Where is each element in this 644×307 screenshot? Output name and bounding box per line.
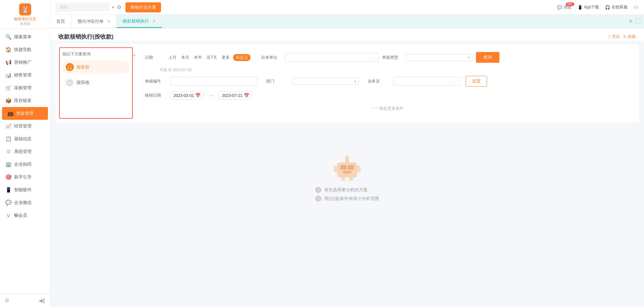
tab-collection[interactable]: 收款核销执行 ✕ [117, 15, 162, 28]
sidebar-item-label: 搜索菜单 [14, 34, 32, 40]
sidebar-item-system[interactable]: ⚙ 系统管理 [0, 145, 50, 158]
sidebar-item-marketing[interactable]: 📢 营销推广 [0, 56, 50, 69]
app-version: 标准版 [20, 21, 30, 26]
filter-by-collection[interactable]: 💰 按收款 [62, 60, 129, 74]
sidebar-item-sales[interactable]: 📊 销售管理 [0, 69, 50, 82]
refresh-label: 刷新 [628, 34, 636, 40]
svg-rect-9 [349, 177, 353, 181]
sidebar-item-label: 畅会员 [14, 212, 27, 218]
filter-by-receivable[interactable]: 🕐 按应收 [62, 76, 129, 89]
sidebar-item-search[interactable]: 🔍 搜索菜单 [0, 31, 50, 43]
sidebar-item-purchase[interactable]: 🛒 采购管理 [0, 82, 50, 94]
empty-tip-1: 1 请先选择要分析的方案 [315, 187, 379, 193]
sidebar-item-basic[interactable]: 📋 基础信息 [0, 133, 50, 145]
sidebar-item-label: 企业协同 [14, 161, 32, 167]
filter-options-panel: 按以下方案查询 💰 按收款 🕐 按应收 [59, 47, 133, 119]
tab-expand-icon[interactable]: ⛶ [635, 18, 641, 24]
collapse-sidebar-icon[interactable]: ◀‖ [39, 297, 45, 304]
sidebar-item-label: 企业微信 [14, 200, 32, 206]
date-shortcut-more[interactable]: 更多 [220, 54, 231, 61]
filter-row-2: 单据编号 部门 ▾ 业务员 ··· 设置 [145, 76, 630, 87]
guide-icon: 🎯 [5, 174, 11, 180]
topbar-message[interactable]: 💬 消息 99+ [557, 4, 572, 10]
app-logo: 🐰 畅捷通好生意 标准版 [0, 0, 50, 29]
sidebar-menu: 🔍 搜索菜单 🏠 快捷导航 📢 营销推广 📊 销售管理 🛒 采购管理 📦 库存核… [0, 29, 50, 294]
tab-close-prepay[interactable]: ✕ [107, 19, 110, 24]
sidebar-item-quicknav[interactable]: 🏠 快捷导航 [0, 43, 50, 56]
doc-no-input[interactable] [170, 77, 258, 86]
filter-panel: 按以下方案查询 💰 按收款 🕐 按应收 » 日期 [56, 44, 639, 122]
query-btn[interactable]: 查询 [476, 52, 499, 63]
partner-dots-icon[interactable]: ··· [370, 55, 376, 60]
setting-btn[interactable]: 设置 [466, 76, 487, 87]
date-shortcut-this-month[interactable]: 本月 [180, 54, 191, 61]
date-no-limit-text: 不限 至 2023-07-26 [160, 67, 192, 72]
sidebar-item-inventory[interactable]: 📦 库存核算 [0, 94, 50, 107]
dept-label: 部门 [266, 79, 286, 84]
sidebar-item-label: 快捷导航 [14, 47, 32, 53]
export-btn[interactable]: ⤴ 导出 [608, 34, 620, 40]
collapse-more-btn[interactable]: ⌃⌃ 收起更多条件 [145, 104, 630, 114]
receivable-option-icon: 🕐 [66, 79, 74, 87]
sidebar-bottom: ⚙ ◀‖ [0, 294, 50, 307]
tab-close-all-icon[interactable]: ✕ [628, 18, 633, 24]
doc-type-select[interactable]: ▾ [406, 54, 473, 61]
app-download-icon: 📱 [578, 5, 583, 10]
collapse-up-icon: ⌃⌃ [371, 106, 378, 111]
topbar-dropdown-icon[interactable]: ▾ [112, 5, 114, 10]
sidebar-item-operation[interactable]: 📈 经营管理 [0, 120, 50, 133]
inventory-icon: 📦 [5, 98, 11, 104]
date-shortcut-custom[interactable]: 自定义 [233, 54, 251, 61]
content-area: 收款核销执行(按收款) ⤴ 导出 ↻ 刷新 按以下方案查询 💰 按收款 [50, 28, 644, 307]
staff-select[interactable]: ··· [393, 77, 460, 86]
staff-label: 业务员 [368, 79, 388, 84]
tab-close-collection[interactable]: ✕ [152, 19, 156, 23]
date-shortcut-this-year[interactable]: 本年 [193, 54, 203, 61]
topbar-left: 搜索 ▾ ⚙ [56, 3, 121, 11]
empty-state: 1 请先选择要分析的方案 2 用[过滤]条件来缩小分析范围 [50, 125, 644, 215]
sidebar-item-guide[interactable]: 🎯 新手引导 [0, 171, 50, 184]
writeoff-start-date[interactable]: 2023-03-01 📅 [170, 91, 204, 100]
service-icon: 🎧 [605, 5, 610, 10]
filter-collapse-arrow[interactable]: » [133, 47, 140, 119]
basic-icon: 📋 [5, 136, 11, 142]
system-icon: ⚙ [5, 149, 11, 155]
sidebar-item-label: 资金管理 [16, 110, 34, 116]
svg-point-5 [345, 155, 349, 159]
sidebar-item-finance[interactable]: 💼 资金管理 [2, 107, 48, 120]
app-name: 畅捷通好生意 [14, 16, 36, 21]
sidebar-item-wechat[interactable]: 💬 企业微信 [0, 196, 50, 209]
staff-dots-icon[interactable]: ··· [451, 79, 457, 84]
partner-select[interactable]: ··· [285, 53, 379, 62]
sidebar-item-hardware[interactable]: 📱 智能硬件 [0, 184, 50, 196]
svg-rect-4 [345, 158, 349, 163]
tip-num-1: 1 [315, 187, 321, 193]
date-label: 日期 [145, 55, 165, 60]
settings-bottom-icon[interactable]: ⚙ [5, 297, 9, 304]
date-nolimit-row: 不限 至 2023-07-26 [160, 67, 630, 72]
solution-btn[interactable]: 体验行业方案 [125, 2, 161, 12]
doc-type-arrow-icon: ▾ [468, 56, 470, 59]
doc-type-label: 单据类型 [382, 55, 402, 60]
sidebar-item-corp[interactable]: 🏢 企业协同 [0, 158, 50, 171]
topbar-app-download[interactable]: 📱 App下载 [578, 4, 599, 10]
dept-select[interactable]: ▾ [292, 78, 359, 85]
filter-row-1: 日期 上月 本月 本年 近7天 更多 自定义 往来单位 ··· [145, 52, 630, 63]
partner-label: 往来单位 [261, 55, 281, 60]
collapse-label: 收起更多条件 [379, 106, 404, 111]
date-shortcut-7days[interactable]: 近7天 [205, 54, 218, 61]
tab-home[interactable]: 首页 [50, 15, 71, 28]
writeoff-end-date[interactable]: 2023-07-21 📅 [219, 91, 252, 100]
tab-prepay[interactable]: 预付冲应付单 ✕ [71, 15, 117, 28]
topbar-gear-icon[interactable]: ⚙ [117, 4, 121, 10]
dept-arrow-icon: ▾ [354, 80, 356, 83]
refresh-btn[interactable]: ↻ 刷新 [623, 34, 636, 40]
svg-rect-8 [341, 177, 345, 181]
topbar-service[interactable]: 🎧 在线客服 [605, 4, 628, 10]
writeoff-end-val: 2023-07-21 [222, 93, 242, 98]
date-shortcut-last-month[interactable]: 上月 [167, 54, 178, 61]
sidebar-item-member[interactable]: V 畅会员 [0, 209, 50, 222]
writeoff-start-cal-icon: 📅 [195, 93, 201, 98]
export-label: 导出 [612, 34, 620, 40]
tip-text-1: 请先选择要分析的方案 [324, 187, 368, 193]
